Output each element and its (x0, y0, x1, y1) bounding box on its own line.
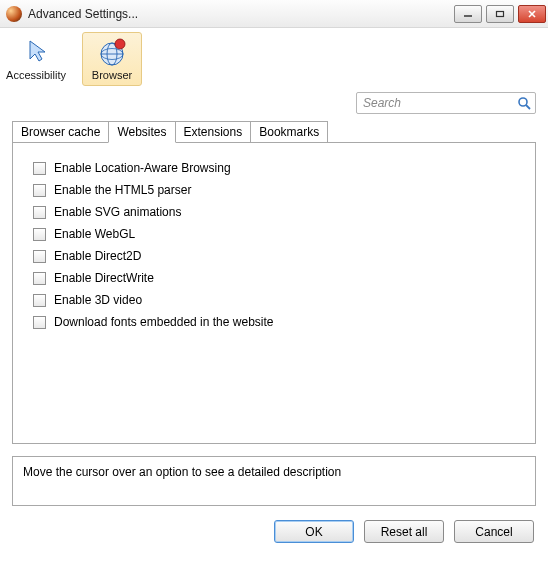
svg-point-10 (519, 98, 527, 106)
option-3d-video[interactable]: Enable 3D video (33, 289, 515, 311)
button-label: Cancel (475, 525, 512, 539)
dialog-buttons: OK Reset all Cancel (0, 506, 548, 543)
toolbar-label: Accessibility (6, 69, 66, 81)
globe-icon (96, 35, 128, 69)
option-download-fonts[interactable]: Download fonts embedded in the website (33, 311, 515, 333)
option-webgl[interactable]: Enable WebGL (33, 223, 515, 245)
svg-point-9 (115, 39, 125, 49)
svg-line-11 (526, 105, 530, 109)
reset-all-button[interactable]: Reset all (364, 520, 444, 543)
description-hint: Move the cursor over an option to see a … (23, 465, 341, 479)
option-svg-animations[interactable]: Enable SVG animations (33, 201, 515, 223)
checkbox-icon[interactable] (33, 272, 46, 285)
checkbox-icon[interactable] (33, 162, 46, 175)
option-direct2d[interactable]: Enable Direct2D (33, 245, 515, 267)
option-label: Enable DirectWrite (54, 271, 154, 285)
search-icon (517, 96, 531, 110)
option-html5-parser[interactable]: Enable the HTML5 parser (33, 179, 515, 201)
search-input[interactable]: Search (356, 92, 536, 114)
checkbox-icon[interactable] (33, 294, 46, 307)
option-label: Enable SVG animations (54, 205, 181, 219)
tab-websites[interactable]: Websites (108, 121, 175, 143)
svg-rect-1 (497, 11, 504, 16)
toolbar-accessibility[interactable]: Accessibility (6, 32, 66, 86)
option-label: Enable Location-Aware Browsing (54, 161, 231, 175)
minimize-button[interactable] (454, 5, 482, 23)
option-label: Enable 3D video (54, 293, 142, 307)
toolbar-browser[interactable]: Browser (82, 32, 142, 86)
maximize-icon (495, 10, 505, 18)
button-label: OK (305, 525, 322, 539)
description-box: Move the cursor over an option to see a … (12, 456, 536, 506)
cursor-icon (20, 35, 52, 69)
checkbox-icon[interactable] (33, 316, 46, 329)
maximize-button[interactable] (486, 5, 514, 23)
app-icon (6, 6, 22, 22)
svg-marker-4 (30, 41, 45, 61)
ok-button[interactable]: OK (274, 520, 354, 543)
tab-label: Browser cache (21, 125, 100, 139)
toolbar-label: Browser (92, 69, 132, 81)
option-location-aware[interactable]: Enable Location-Aware Browsing (33, 157, 515, 179)
tab-label: Extensions (184, 125, 243, 139)
checkbox-icon[interactable] (33, 206, 46, 219)
tab-label: Websites (117, 125, 166, 139)
toolbar: Accessibility Browser (0, 28, 548, 86)
tab-browser-cache[interactable]: Browser cache (12, 121, 109, 143)
tab-strip: Browser cache Websites Extensions Bookma… (0, 121, 548, 143)
option-label: Enable the HTML5 parser (54, 183, 191, 197)
window-controls (454, 5, 546, 23)
minimize-icon (463, 10, 473, 18)
option-label: Download fonts embedded in the website (54, 315, 273, 329)
button-label: Reset all (381, 525, 428, 539)
option-label: Enable WebGL (54, 227, 135, 241)
option-directwrite[interactable]: Enable DirectWrite (33, 267, 515, 289)
tab-extensions[interactable]: Extensions (175, 121, 252, 143)
window-title: Advanced Settings... (28, 7, 454, 21)
option-label: Enable Direct2D (54, 249, 141, 263)
title-bar: Advanced Settings... (0, 0, 548, 28)
close-icon (527, 10, 537, 18)
cancel-button[interactable]: Cancel (454, 520, 534, 543)
tab-bookmarks[interactable]: Bookmarks (250, 121, 328, 143)
search-placeholder: Search (363, 96, 517, 110)
tab-label: Bookmarks (259, 125, 319, 139)
checkbox-icon[interactable] (33, 184, 46, 197)
checkbox-icon[interactable] (33, 228, 46, 241)
options-panel: Enable Location-Aware Browsing Enable th… (12, 142, 536, 444)
checkbox-icon[interactable] (33, 250, 46, 263)
close-button[interactable] (518, 5, 546, 23)
search-row: Search (0, 86, 548, 120)
